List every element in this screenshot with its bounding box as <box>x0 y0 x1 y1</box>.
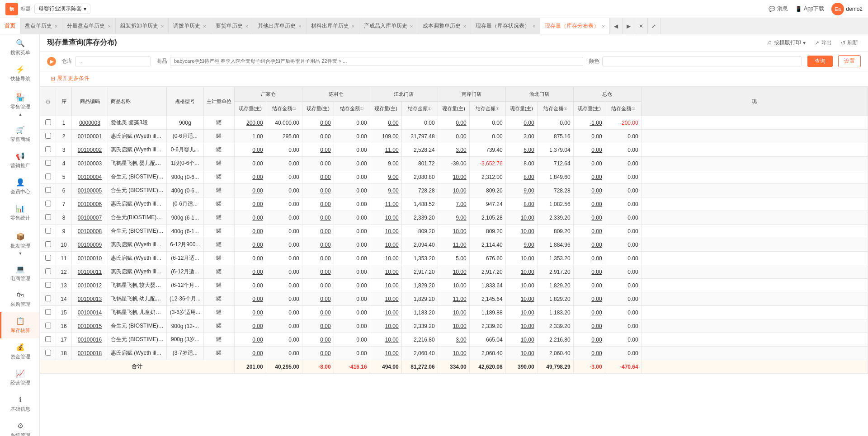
sidebar-item-retail-mgmt[interactable]: 🏪 零售管理 ▲ <box>0 89 39 121</box>
row-checkbox-cell[interactable] <box>40 116 56 130</box>
tab-chanchengruku[interactable]: 产成品入库单历史 × <box>359 18 418 34</box>
tab-expand-btn[interactable]: ⤢ <box>648 18 660 34</box>
sidebar-item-basicinfo[interactable]: ℹ 基础信息 <box>0 391 39 417</box>
tab-zuzhangchai[interactable]: 组装拆卸单历史 × <box>116 18 169 34</box>
tab-next-btn[interactable]: ▶ <box>623 18 635 34</box>
tab-cailiaochuku[interactable]: 材料出库单历史 × <box>307 18 359 34</box>
sidebar-item-ecommerce[interactable]: 💻 电商管理 <box>0 260 39 286</box>
sidebar-item-retail-stats[interactable]: 📊 零售统计 <box>0 200 39 226</box>
tab-yaohuodan[interactable]: 要货单历史 × <box>211 18 253 34</box>
info-icon[interactable]: ① <box>360 106 364 111</box>
tab-pandian[interactable]: 盘点单历史 × <box>20 18 62 34</box>
th-gear[interactable]: ⚙ <box>40 87 56 116</box>
table-container[interactable]: ⚙ 序 商品编码 商品名称 规格型号 主计量单位 厂家仓 陈村仓 江北门店 南岸… <box>40 87 868 436</box>
row-checkbox-cell[interactable] <box>40 319 56 333</box>
sidebar-item-quicknav[interactable]: ⚡ 快捷导航 <box>0 61 39 87</box>
close-icon[interactable]: × <box>410 23 413 29</box>
msg-btn[interactable]: 💬 消息 <box>769 5 788 13</box>
row-checkbox-cell[interactable] <box>40 238 56 252</box>
close-icon[interactable]: × <box>298 23 301 29</box>
tab-fenpandian[interactable]: 分量盘点单历史 × <box>62 18 115 34</box>
row-checkbox[interactable] <box>45 336 51 342</box>
row-checkbox-cell[interactable] <box>40 279 56 292</box>
row-checkbox-cell[interactable] <box>40 333 56 347</box>
row-checkbox-cell[interactable] <box>40 170 56 184</box>
goods-input[interactable] <box>170 57 583 66</box>
refresh-action[interactable]: ↺ 刷新 <box>838 38 861 47</box>
close-icon[interactable]: × <box>245 23 248 29</box>
sidebar-item-member[interactable]: 👤 会员中心 <box>0 173 39 200</box>
row-checkbox-cell[interactable] <box>40 143 56 157</box>
tab-xiancunliang-zhuangkuang[interactable]: 现存量（库存状况表） × <box>471 18 540 34</box>
orange-arrow-btn[interactable]: ▶ <box>47 57 56 66</box>
info-icon[interactable]: ① <box>428 106 432 111</box>
row-checkbox-cell[interactable] <box>40 347 56 360</box>
row-checkbox-cell[interactable] <box>40 157 56 170</box>
info-icon[interactable]: ① <box>631 106 635 111</box>
sidebar-item-mall[interactable]: 🛒 零售商城 <box>0 121 39 147</box>
info-icon[interactable]: ① <box>495 106 500 111</box>
print-action[interactable]: 🖨 按模版打印 ▾ <box>764 38 808 47</box>
row-checkbox[interactable] <box>45 214 51 220</box>
sidebar-item-finance[interactable]: 💰 资金管理 <box>0 338 39 365</box>
close-icon[interactable]: × <box>463 23 466 29</box>
row-checkbox[interactable] <box>45 133 51 139</box>
close-icon[interactable]: × <box>108 23 110 29</box>
row-checkbox[interactable] <box>45 295 51 301</box>
close-icon[interactable]: × <box>55 23 57 29</box>
close-icon[interactable]: × <box>161 23 164 29</box>
sidebar-item-purchase[interactable]: 🛍 采购管理 <box>0 286 39 312</box>
row-checkbox[interactable] <box>45 187 51 193</box>
row-checkbox[interactable] <box>45 350 51 356</box>
sidebar-item-inventory[interactable]: 📋 库存核算 <box>0 312 39 338</box>
row-checkbox[interactable] <box>45 255 51 261</box>
row-checkbox[interactable] <box>45 323 51 328</box>
info-icon[interactable]: ① <box>292 106 296 111</box>
sidebar-item-wholesale[interactable]: 📦 批发管理 ▼ <box>0 228 39 260</box>
row-checkbox[interactable] <box>45 201 51 206</box>
query-button[interactable]: 查询 <box>807 56 833 67</box>
sidebar-item-operations[interactable]: 📈 经营管理 <box>0 365 39 391</box>
expand-btn[interactable]: ⊞ 展开更多条件 <box>47 73 93 84</box>
color-input[interactable] <box>602 56 802 66</box>
row-checkbox[interactable] <box>45 282 51 288</box>
row-checkbox[interactable] <box>45 268 51 274</box>
close-icon[interactable]: × <box>352 23 354 29</box>
row-checkbox[interactable] <box>45 228 51 234</box>
row-checkbox-cell[interactable] <box>40 130 56 143</box>
row-checkbox-cell[interactable] <box>40 197 56 211</box>
app-btn[interactable]: 📱 App下载 <box>795 5 824 13</box>
tab-xiancunliang-fenbao[interactable]: 现存量（库存分布表） × <box>540 18 609 34</box>
tab-qitachuku[interactable]: 其他出库单历史 × <box>253 18 306 34</box>
row-checkbox-cell[interactable] <box>40 292 56 306</box>
user-area[interactable]: Ea demo2 <box>831 3 863 15</box>
row-checkbox-cell[interactable] <box>40 184 56 197</box>
row-checkbox[interactable] <box>45 309 51 315</box>
tab-chengbentiaozhen[interactable]: 成本调整单历史 × <box>418 18 471 34</box>
tab-close-all-btn[interactable]: ✕ <box>635 18 648 34</box>
sidebar-item-search[interactable]: 🔍 搜索英单 <box>0 34 39 61</box>
close-icon[interactable]: × <box>602 23 604 29</box>
row-checkbox-cell[interactable] <box>40 306 56 319</box>
row-checkbox-cell[interactable] <box>40 265 56 279</box>
row-checkbox-cell[interactable] <box>40 225 56 238</box>
row-checkbox[interactable] <box>45 146 51 152</box>
row-checkbox-cell[interactable] <box>40 252 56 265</box>
row-checkbox[interactable] <box>45 241 51 247</box>
setting-button[interactable]: 设置 <box>838 55 861 67</box>
info-icon[interactable]: ① <box>563 106 567 111</box>
export-action[interactable]: ↗ 导出 <box>812 38 835 47</box>
gear-icon[interactable]: ⚙ <box>45 98 51 105</box>
row-checkbox[interactable] <box>45 173 51 179</box>
row-checkbox[interactable] <box>45 119 51 125</box>
sidebar-item-sysmgmt[interactable]: ⚙ 系统管理 <box>0 417 39 436</box>
row-checkbox-cell[interactable] <box>40 211 56 225</box>
close-icon[interactable]: × <box>203 23 206 29</box>
tab-prev-btn[interactable]: ◀ <box>610 18 623 34</box>
store-selector[interactable]: 母婴行业演示陈套 ▾ <box>34 4 90 14</box>
sidebar-item-marketing[interactable]: 📢 营销推广 <box>0 147 39 173</box>
warehouse-input[interactable] <box>75 56 151 66</box>
tab-home[interactable]: 首页 <box>0 18 20 34</box>
row-checkbox[interactable] <box>45 160 51 166</box>
close-icon[interactable]: × <box>533 23 535 29</box>
